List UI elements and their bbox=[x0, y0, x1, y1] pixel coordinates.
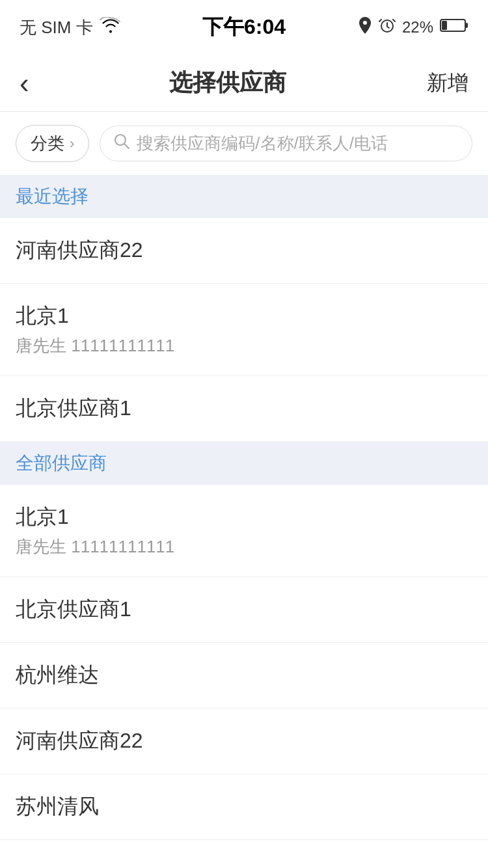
all-list-item[interactable]: 河南供应商22 bbox=[0, 709, 488, 774]
nav-bar: ‹ 选择供应商 新增 bbox=[0, 55, 488, 112]
battery-percent: 22% bbox=[402, 18, 433, 36]
item-sub: 唐先生 11111111111 bbox=[16, 334, 472, 357]
all-list-item[interactable]: 北京供应商1 bbox=[0, 577, 488, 643]
back-button[interactable]: ‹ bbox=[20, 67, 29, 100]
add-button[interactable]: 新增 bbox=[427, 69, 468, 98]
wifi-icon bbox=[100, 17, 122, 38]
item-sub: 唐先生 11111111111 bbox=[16, 536, 472, 558]
item-name: 北京供应商1 bbox=[16, 394, 472, 423]
svg-rect-4 bbox=[442, 21, 447, 30]
item-name: 北京1 bbox=[16, 302, 472, 331]
category-label: 分类 bbox=[31, 132, 64, 155]
chevron-right-icon: › bbox=[70, 135, 74, 152]
search-input[interactable] bbox=[137, 133, 459, 154]
status-right: 22% bbox=[358, 16, 468, 38]
svg-point-0 bbox=[363, 21, 367, 25]
back-icon: ‹ bbox=[20, 67, 29, 100]
recent-list-item[interactable]: 北京供应商1 bbox=[0, 376, 488, 442]
all-items-list: 北京1唐先生 11111111111北京供应商1杭州维达河南供应商22苏州清风 bbox=[0, 485, 488, 840]
all-list-item[interactable]: 苏州清风 bbox=[0, 774, 488, 840]
recent-items-list: 河南供应商22北京1唐先生 11111111111北京供应商1 bbox=[0, 218, 488, 442]
search-icon bbox=[113, 133, 130, 154]
item-name: 河南供应商22 bbox=[16, 727, 472, 755]
carrier-label: 无 SIM 卡 bbox=[20, 16, 93, 39]
category-filter[interactable]: 分类 › bbox=[16, 125, 89, 162]
recent-list-item[interactable]: 北京1唐先生 11111111111 bbox=[0, 284, 488, 376]
status-left: 无 SIM 卡 bbox=[20, 16, 122, 39]
item-name: 北京1 bbox=[16, 503, 472, 532]
battery-icon bbox=[440, 18, 468, 37]
status-bar: 无 SIM 卡 下午6:04 22% bbox=[0, 0, 488, 55]
all-section-header: 全部供应商 bbox=[0, 442, 488, 485]
filter-bar: 分类 › bbox=[0, 112, 488, 175]
item-name: 苏州清风 bbox=[16, 793, 472, 821]
item-name: 杭州维达 bbox=[16, 661, 472, 690]
item-name: 北京供应商1 bbox=[16, 595, 472, 624]
location-icon bbox=[358, 16, 372, 38]
svg-rect-3 bbox=[465, 23, 468, 28]
all-list-item[interactable]: 杭州维达 bbox=[0, 643, 488, 709]
all-list-item[interactable]: 北京1唐先生 11111111111 bbox=[0, 485, 488, 577]
item-name: 河南供应商22 bbox=[16, 236, 472, 265]
recent-section-header: 最近选择 bbox=[0, 175, 488, 218]
recent-list-item[interactable]: 河南供应商22 bbox=[0, 218, 488, 284]
alarm-icon bbox=[379, 16, 396, 38]
status-time: 下午6:04 bbox=[202, 13, 286, 42]
svg-line-6 bbox=[124, 144, 129, 148]
page-title: 选择供应商 bbox=[169, 67, 286, 99]
search-box bbox=[100, 126, 472, 161]
